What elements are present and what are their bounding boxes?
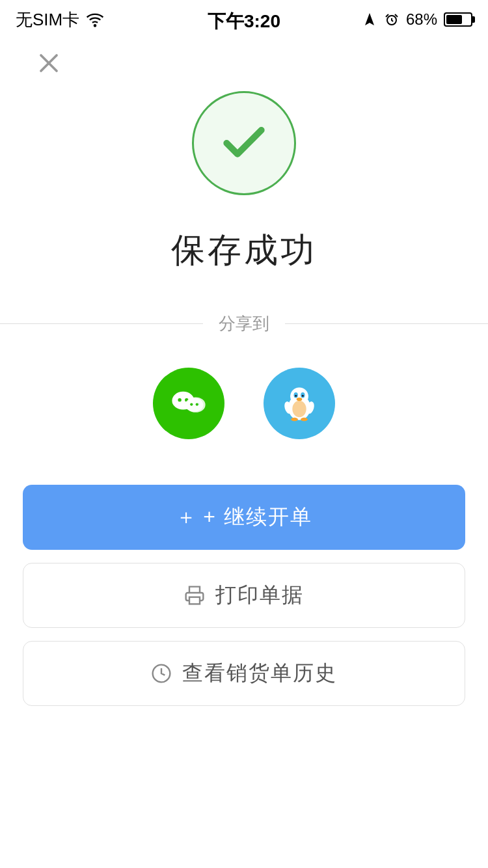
action-buttons: ＋ + 继续开单 打印单据 查看销货单历史 — [23, 485, 465, 706]
svg-point-15 — [185, 398, 204, 411]
continue-label: + 继续开单 — [203, 503, 312, 532]
history-label: 查看销货单历史 — [182, 659, 337, 688]
success-circle — [192, 91, 296, 195]
share-icons — [153, 368, 335, 439]
svg-point-27 — [301, 418, 308, 421]
left-divider — [0, 323, 203, 324]
history-button[interactable]: 查看销货单历史 — [23, 641, 465, 706]
continue-button[interactable]: ＋ + 继续开单 — [23, 485, 465, 550]
svg-point-0 — [94, 25, 96, 26]
print-button[interactable]: 打印单据 — [23, 563, 465, 628]
wechat-button[interactable] — [153, 368, 224, 439]
battery-indicator — [444, 12, 472, 27]
print-label: 打印单据 — [215, 581, 304, 610]
history-icon — [151, 663, 172, 684]
wechat-icon — [168, 383, 210, 424]
svg-point-16 — [190, 403, 193, 405]
svg-point-17 — [196, 403, 198, 405]
share-section: 分享到 — [0, 312, 488, 335]
battery-fill — [446, 15, 462, 24]
right-divider — [285, 323, 488, 324]
svg-point-24 — [297, 398, 303, 401]
battery-percent: 68% — [406, 10, 437, 29]
alarm-icon — [384, 12, 400, 27]
svg-rect-30 — [189, 597, 200, 604]
svg-point-13 — [178, 398, 181, 401]
status-bar: 无SIM卡 下午3:20 68% — [0, 0, 488, 39]
wifi-icon — [86, 10, 104, 29]
svg-point-26 — [291, 418, 298, 421]
svg-point-23 — [302, 395, 304, 397]
sim-status: 无SIM卡 — [16, 8, 79, 31]
close-icon — [37, 51, 61, 75]
status-left: 无SIM卡 — [16, 8, 104, 31]
status-right: 68% — [362, 10, 472, 29]
success-title: 保存成功 — [171, 228, 317, 273]
svg-point-22 — [295, 395, 297, 397]
direction-icon — [362, 12, 377, 27]
share-label: 分享到 — [203, 312, 285, 335]
status-time: 下午3:20 — [208, 9, 280, 34]
checkmark-icon — [218, 117, 270, 169]
svg-point-25 — [292, 401, 306, 418]
close-button[interactable] — [33, 47, 65, 79]
qq-button[interactable] — [264, 368, 335, 439]
qq-icon — [278, 383, 320, 424]
printer-icon — [184, 585, 205, 606]
plus-icon: ＋ — [176, 503, 198, 532]
main-content: 保存成功 分享到 — [0, 39, 488, 706]
